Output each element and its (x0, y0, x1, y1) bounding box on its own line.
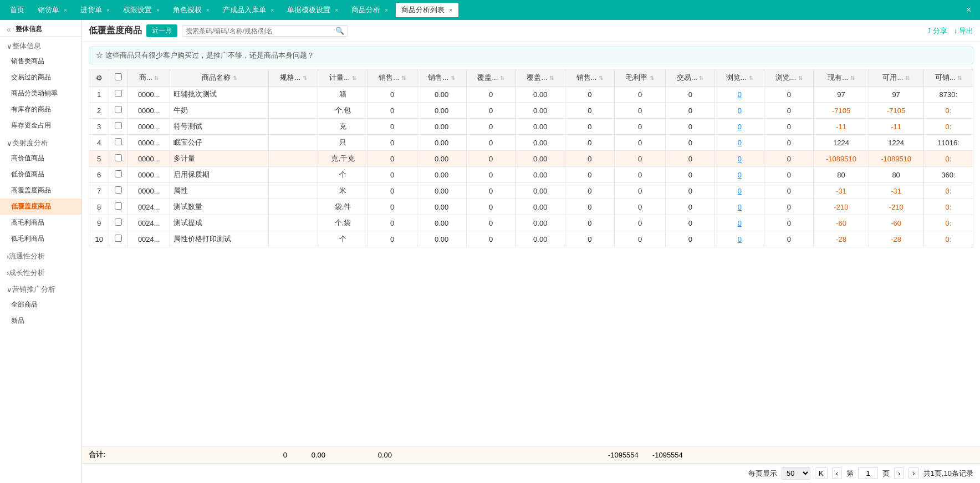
col-unit[interactable]: 计量... ⇅ (318, 69, 368, 87)
row-checkbox[interactable] (115, 218, 122, 226)
nav-permissions-close[interactable]: × (156, 7, 160, 13)
nav-roles[interactable]: 角色授权 × (167, 3, 215, 17)
cell-sales3: 0 (565, 103, 614, 119)
nav-template[interactable]: 单据模板设置 × (282, 3, 344, 17)
nav-goods-analysis[interactable]: 商品分析 × (346, 3, 394, 17)
cell-check[interactable] (109, 135, 128, 151)
col-gross-rate[interactable]: 毛利率 ⇅ (614, 69, 665, 87)
nav-permissions[interactable]: 权限设置 × (118, 3, 165, 17)
last-page-btn[interactable]: › (908, 467, 918, 479)
nav-sales[interactable]: 销货单 × (32, 3, 73, 17)
nav-goods-analysis-list-close[interactable]: × (449, 7, 452, 13)
cell-check[interactable] (109, 199, 128, 215)
cell-browse1[interactable]: 0 (715, 103, 764, 119)
search-icon[interactable]: 🔍 (335, 27, 344, 35)
nav-goods-analysis-list[interactable]: 商品分析列表 × (396, 3, 458, 17)
row-checkbox[interactable] (115, 90, 122, 97)
cell-spec (269, 151, 318, 167)
cell-browse1[interactable]: 0 (715, 167, 764, 183)
cell-check[interactable] (109, 119, 128, 135)
nav-production-close[interactable]: × (270, 7, 274, 13)
col-sales3[interactable]: 销售... ⇅ (565, 69, 614, 87)
sidebar-item-stocked-goods[interactable]: 有库存的商品 (0, 101, 81, 118)
nav-template-close[interactable]: × (335, 7, 338, 13)
cell-sales-qty: 0 (368, 215, 417, 231)
col-available[interactable]: 可用... ⇅ (869, 69, 923, 87)
cell-browse1[interactable]: 0 (715, 231, 764, 247)
cell-check[interactable] (109, 167, 128, 183)
cell-browse1[interactable]: 0 (715, 151, 764, 167)
nav-production[interactable]: 产成品入库单 × (217, 3, 279, 17)
cell-browse1[interactable]: 0 (715, 119, 764, 135)
col-sales-amt[interactable]: 销售... ⇅ (417, 69, 466, 87)
cell-check[interactable] (109, 103, 128, 119)
cell-check[interactable] (109, 215, 128, 231)
export-button[interactable]: ↓ 导出 (954, 26, 974, 36)
col-code[interactable]: 商... ⇅ (128, 69, 170, 87)
row-checkbox[interactable] (115, 106, 122, 113)
nav-goods-analysis-close[interactable]: × (385, 7, 388, 13)
row-checkbox[interactable] (115, 186, 122, 194)
col-cov1[interactable]: 覆盖... ⇅ (466, 69, 515, 87)
cell-check[interactable] (109, 231, 128, 247)
prev-page-btn[interactable]: ‹ (832, 467, 842, 479)
sidebar-item-capital-usage[interactable]: 库存资金占用 (0, 118, 81, 134)
col-checkbox[interactable] (109, 69, 128, 87)
sidebar-group-flow-title[interactable]: › 流通性分析 (0, 247, 81, 263)
sidebar-item-category-rate[interactable]: 商品分类动销率 (0, 85, 81, 101)
sidebar-item-low-coverage[interactable]: 低覆盖度商品 (0, 199, 81, 215)
cell-check[interactable] (109, 183, 128, 199)
sidebar-item-all-goods[interactable]: 全部商品 (0, 297, 81, 313)
sidebar-item-traded-goods[interactable]: 交易过的商品 (0, 69, 81, 85)
col-browse1[interactable]: 浏览... ⇅ (715, 69, 764, 87)
row-checkbox[interactable] (115, 235, 122, 242)
select-all-checkbox[interactable] (115, 73, 122, 80)
sidebar-group-marketing-title[interactable]: ∨ 营销推广分析 (0, 280, 81, 297)
cell-browse1[interactable]: 0 (715, 87, 764, 103)
sidebar-item-new-goods[interactable]: 新品 (0, 313, 81, 329)
share-button[interactable]: ⤴ 分享 (927, 26, 947, 36)
col-sales-qty[interactable]: 销售... ⇅ (368, 69, 417, 87)
col-sellable[interactable]: 可销... ⇅ (923, 69, 973, 87)
cell-check[interactable] (109, 151, 128, 167)
row-checkbox[interactable] (115, 138, 122, 145)
sidebar-item-high-coverage[interactable]: 高覆盖度商品 (0, 182, 81, 199)
page-number-input[interactable] (858, 467, 878, 479)
nav-roles-close[interactable]: × (206, 7, 210, 13)
search-input[interactable] (186, 27, 333, 35)
cell-browse1[interactable]: 0 (715, 215, 764, 231)
sidebar-item-high-value[interactable]: 高价值商品 (0, 150, 81, 166)
cell-browse1[interactable]: 0 (715, 135, 764, 151)
nav-home[interactable]: 首页 (4, 3, 30, 17)
time-filter-button[interactable]: 近一月 (146, 24, 177, 37)
window-close-btn[interactable]: × (962, 5, 976, 15)
col-trade[interactable]: 交易... ⇅ (666, 69, 715, 87)
nav-sales-close[interactable]: × (64, 7, 67, 13)
col-browse2[interactable]: 浏览... ⇅ (764, 69, 814, 87)
nav-purchase-close[interactable]: × (106, 7, 110, 13)
row-checkbox[interactable] (115, 170, 122, 177)
col-current[interactable]: 现有... ⇅ (814, 69, 869, 87)
nav-purchase[interactable]: 进货单 × (75, 3, 115, 17)
col-name[interactable]: 商品名称 ⇅ (170, 69, 269, 87)
sidebar-item-high-profit[interactable]: 高毛利商品 (0, 215, 81, 231)
col-spec[interactable]: 规格... ⇅ (269, 69, 318, 87)
next-page-btn[interactable]: › (894, 467, 904, 479)
sidebar-item-sales-goods[interactable]: 销售类商品 (0, 53, 81, 69)
col-cov2[interactable]: 覆盖... ⇅ (515, 69, 565, 87)
row-checkbox[interactable] (115, 154, 122, 161)
per-page-select[interactable]: 50 100 200 (782, 467, 810, 480)
first-page-btn[interactable]: K (815, 467, 828, 479)
sidebar-collapse-btn[interactable]: « (4, 25, 13, 34)
sidebar-item-low-value[interactable]: 低价值商品 (0, 166, 81, 182)
cell-check[interactable] (109, 87, 128, 103)
sidebar-item-low-profit[interactable]: 低毛利商品 (0, 231, 81, 247)
sidebar-group-growth-title[interactable]: › 成长性分析 (0, 263, 81, 280)
sidebar-group-overall-title[interactable]: ∨ 整体信息 (0, 37, 81, 53)
row-checkbox[interactable] (115, 202, 122, 210)
col-settings[interactable]: ⚙ (89, 69, 109, 87)
cell-browse1[interactable]: 0 (715, 183, 764, 199)
sidebar-group-coverage-title[interactable]: ∨ 类射度分析 (0, 134, 81, 150)
cell-browse1[interactable]: 0 (715, 199, 764, 215)
row-checkbox[interactable] (115, 122, 122, 129)
